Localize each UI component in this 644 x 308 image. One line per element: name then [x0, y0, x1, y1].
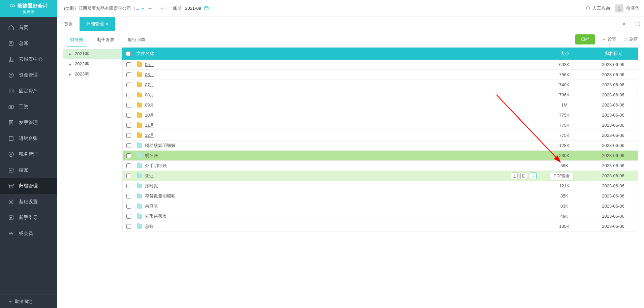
file-link[interactable]: 11月 — [145, 122, 154, 128]
row-checkbox[interactable] — [126, 194, 131, 198]
row-checkbox[interactable] — [126, 153, 131, 158]
row-checkbox[interactable] — [126, 204, 131, 209]
pdf-icon[interactable] — [520, 173, 527, 179]
select-all-checkbox[interactable] — [126, 51, 131, 56]
sidebar-item-invoice[interactable]: 发票管理 — [0, 115, 57, 130]
folder-icon — [137, 103, 142, 107]
tree-item[interactable]: ▶2023年 — [63, 69, 122, 79]
row-checkbox[interactable] — [126, 93, 131, 97]
subtab-财务账[interactable]: 财务账 — [63, 32, 90, 47]
fullscreen-button[interactable] — [631, 17, 644, 31]
sidebar-item-asset[interactable]: 固定资产 — [0, 83, 57, 99]
file-name: 凭证 — [145, 173, 154, 179]
chevron-down-icon: ▾ — [142, 6, 144, 11]
subtab-银行回单[interactable]: 银行回单 — [121, 32, 152, 47]
cell-date: 2023-06-06 — [589, 193, 638, 198]
cell-name: 外币明细账 — [135, 163, 540, 169]
row-checkbox[interactable] — [126, 224, 131, 229]
folder-icon — [137, 153, 142, 158]
cell-size: 128K — [540, 143, 589, 148]
cell-name: 辅助核算明细账 — [135, 143, 540, 149]
tab-close-icon[interactable]: × — [106, 22, 108, 26]
row-checkbox[interactable] — [126, 83, 131, 87]
sidebar-item-tax[interactable]: 税务管理 — [0, 146, 57, 162]
row-checkbox[interactable] — [126, 174, 131, 178]
cell-name: 05月 — [135, 62, 540, 68]
close-button[interactable]: ✕ — [617, 17, 631, 31]
table-row: 06月756K2023-06-06 — [122, 70, 638, 80]
sidebar-item-home[interactable]: 首页 — [0, 20, 57, 35]
sidebar-item-ledger[interactable]: 总账 — [0, 35, 57, 51]
row-checkbox[interactable] — [126, 113, 131, 118]
sidebar-item-close[interactable]: 结账 — [0, 162, 57, 178]
svg-point-12 — [161, 8, 163, 9]
row-checkbox[interactable] — [126, 163, 131, 168]
file-link[interactable]: 06月 — [145, 72, 154, 78]
sidebar-item-book[interactable]: 进销台账 — [0, 130, 57, 146]
folder-icon — [137, 83, 142, 87]
close-icon — [8, 167, 14, 173]
file-link[interactable]: 12月 — [145, 132, 154, 138]
refresh-icon — [623, 37, 628, 42]
cell-size: 56K — [540, 163, 589, 168]
row-checkbox[interactable] — [126, 184, 131, 188]
unpin-button[interactable]: 取消固定 — [0, 295, 57, 308]
pdf-view-icon[interactable] — [530, 173, 536, 179]
settings-button[interactable]: 设置 — [602, 36, 616, 42]
avatar[interactable] — [615, 4, 623, 12]
sidebar-item-salary[interactable]: 工资 — [0, 99, 57, 115]
add-icon[interactable] — [147, 6, 153, 11]
cell-size: 775K — [540, 113, 589, 118]
sidebar-item-guide[interactable]: 新手引导 — [0, 210, 57, 225]
sidebar-item-gear[interactable]: 基础设置 — [0, 194, 57, 210]
vip-icon — [8, 230, 14, 237]
file-name: 总账 — [145, 223, 154, 229]
row-checkbox[interactable] — [126, 72, 131, 77]
row-checkbox[interactable] — [126, 214, 131, 219]
download-icon[interactable] — [511, 173, 518, 179]
home-icon — [8, 25, 14, 31]
subtab-电子发票[interactable]: 电子发票 — [90, 32, 121, 47]
row-checkbox[interactable] — [126, 62, 131, 67]
sidebar-item-chart[interactable]: 云报表中心 — [0, 51, 57, 67]
svg-rect-16 — [523, 174, 525, 177]
cell-name: 12月 — [135, 132, 540, 138]
tab-首页[interactable]: 首页 — [57, 17, 80, 31]
sidebar-item-money[interactable]: 资金管理 — [0, 67, 57, 83]
tab-归档管理[interactable]: 归档管理× — [80, 17, 115, 31]
file-link[interactable]: 07月 — [145, 82, 154, 88]
tree-item[interactable]: ▶2021年 — [63, 49, 122, 59]
file-name: 外币明细账 — [145, 163, 167, 169]
sidebar-item-label: 结账 — [19, 167, 28, 173]
file-link[interactable]: 05月 — [145, 62, 154, 68]
svg-point-4 — [10, 106, 12, 107]
sidebar-item-label: 归档管理 — [19, 183, 38, 189]
row-checkbox[interactable] — [126, 143, 131, 148]
table-row: 序时账121K2023-06-06 — [122, 181, 638, 191]
company-selector[interactable]: (勿删）江西服宝精品有限责任公司（... ▾ — [64, 5, 144, 11]
ledger-icon — [8, 40, 14, 47]
sidebar-item-archive[interactable]: 归档管理 — [0, 178, 57, 194]
cell-name: 10月 — [135, 112, 540, 118]
headset-icon — [585, 6, 591, 11]
table-row: 05月603K2023-06-06 — [122, 60, 638, 70]
sidebar-item-vip[interactable]: 畅会员 — [0, 225, 57, 241]
archive-button[interactable]: 归档 — [575, 34, 595, 44]
table-row: 08月796K2023-06-06 — [122, 90, 638, 100]
file-name: 外币余额表 — [145, 213, 167, 219]
table-row: 外币余额表49K2023-06-06 — [122, 211, 638, 221]
row-checkbox[interactable] — [126, 133, 131, 138]
refresh-button[interactable]: 刷新 — [623, 36, 638, 42]
gear-icon[interactable] — [159, 6, 165, 11]
consult-button[interactable]: 人工咨询 — [585, 5, 610, 11]
period-label: 账期 — [173, 5, 182, 11]
row-checkbox[interactable] — [126, 123, 131, 128]
file-link[interactable]: 10月 — [145, 112, 154, 118]
file-link[interactable]: 08月 — [145, 92, 154, 98]
row-checkbox[interactable] — [126, 103, 131, 107]
tree-item[interactable]: ▶2022年 — [63, 59, 122, 69]
sidebar-item-label: 首页 — [19, 25, 28, 31]
cell-name: 06月 — [135, 72, 540, 78]
calendar-icon[interactable] — [204, 5, 209, 11]
file-link[interactable]: 09月 — [145, 102, 154, 108]
